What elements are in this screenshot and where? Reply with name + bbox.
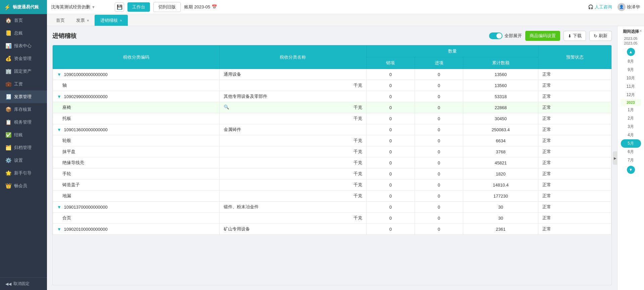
sidebar-nav: 🏠 首页 📒 总账 📊 报表中心 💰 资金管理 🏢 固定资产 💼 工资 🧾 发票…: [0, 14, 47, 277]
row-code: 地漏: [53, 191, 220, 202]
expand-toggle[interactable]: [489, 32, 502, 39]
tab-reconcile-close[interactable]: ×: [120, 18, 122, 22]
expand-toggle-label: 全部展开: [504, 33, 522, 39]
user-menu[interactable]: 👤 徐泽华: [618, 3, 640, 11]
col-header-qty-group: 数量: [366, 46, 538, 57]
topbar: 沈海英测试经营勿删 ▼ 💾 工作台 切到旧版 账期 2023-05 📅 🎧 人工…: [47, 0, 644, 14]
sidebar-item-guide[interactable]: 🌟 新手引导: [0, 167, 47, 179]
col-header-status: 预警状态: [538, 46, 611, 69]
month-item[interactable]: 11月: [621, 82, 641, 91]
row-status: 正常: [538, 124, 611, 135]
sidebar-item-member[interactable]: 👑 畅会员: [0, 179, 47, 192]
period-label: 账期: [184, 4, 193, 10]
month-item[interactable]: 4月: [621, 131, 641, 139]
sidebar-label-payroll: 工资: [14, 81, 23, 87]
row-purchase: 0: [415, 191, 463, 202]
company-dropdown-icon[interactable]: ▼: [92, 5, 95, 9]
expand-icon[interactable]: ▼: [57, 205, 61, 210]
panel-expand-button[interactable]: ⤢: [633, 28, 637, 33]
year-label[interactable]: 2023: [621, 99, 641, 106]
row-purchase: 0: [415, 91, 463, 102]
switch-version-button[interactable]: 切到旧版: [153, 2, 181, 12]
row-unit: 千克: [219, 191, 366, 202]
row-purchase: 0: [415, 224, 463, 235]
expand-icon[interactable]: ▼: [57, 227, 61, 232]
sidebar-icon-settings: ⚙️: [5, 157, 11, 163]
row-code: 手轮: [53, 168, 220, 179]
month-item[interactable]: 12月: [621, 91, 641, 99]
calendar-icon[interactable]: 📅: [212, 4, 217, 9]
tab-home-label: 首页: [56, 17, 65, 23]
tab-reconcile[interactable]: 进销稽核 ×: [95, 15, 127, 26]
month-item[interactable]: 2月: [621, 114, 641, 123]
sidebar-icon-settlement: ✅: [5, 132, 11, 138]
workspace-button[interactable]: 工作台: [127, 2, 150, 12]
expand-icon[interactable]: ▼: [57, 127, 61, 132]
month-item[interactable]: 9月: [621, 66, 641, 74]
sidebar-item-archive[interactable]: 🗂️ 归档管理: [0, 141, 47, 154]
row-name: 锻件、粉末冶金件: [219, 202, 366, 213]
sidebar-item-tax[interactable]: 📋 税务管理: [0, 116, 47, 129]
expand-icon[interactable]: ▼: [57, 94, 61, 99]
row-sale: 0: [366, 213, 415, 224]
sidebar-item-invoice[interactable]: 🧾 发票管理: [0, 90, 47, 103]
page-header: 进销稽核 全部展开 商品编码设置 ⬇ 下载 ↻ 刷新: [52, 31, 612, 41]
month-item[interactable]: 7月: [621, 156, 641, 164]
row-unit: 千克: [219, 179, 366, 191]
customer-service-button[interactable]: 🎧 人工咨询: [588, 4, 612, 10]
month-item[interactable]: 10月: [621, 74, 641, 82]
row-status: 正常: [538, 191, 611, 202]
panel-down-arrow[interactable]: ▼: [627, 166, 635, 174]
settings-button[interactable]: 商品编码设置: [525, 31, 560, 41]
expand-icon[interactable]: ▼: [57, 72, 61, 77]
row-status: 正常: [538, 113, 611, 124]
row-purchase: 0: [415, 102, 463, 113]
row-unit: 千克: [219, 113, 366, 124]
month-item[interactable]: 6月: [621, 148, 641, 156]
panel-collapse-button[interactable]: ▶: [613, 151, 618, 165]
sidebar-item-settlement[interactable]: ✅ 结账: [0, 129, 47, 141]
row-code: 绝缘导线壳: [53, 157, 220, 168]
save-button[interactable]: 💾: [115, 2, 124, 12]
sidebar-item-reports[interactable]: 📊 报表中心: [0, 40, 47, 52]
row-sale: 0: [366, 113, 415, 124]
row-sale: 0: [366, 80, 415, 91]
month-item[interactable]: 8月: [621, 57, 641, 66]
table-row: 绝缘导线壳 千克 0 0 45821 正常: [53, 157, 611, 168]
tab-invoice[interactable]: 发票 ×: [70, 15, 95, 26]
row-total: 1820: [463, 168, 538, 179]
refresh-label: 刷新: [599, 33, 607, 39]
panel-up-arrow[interactable]: ▲: [627, 48, 635, 56]
sidebar-icon-assets: 🏢: [5, 68, 11, 74]
row-unit: 千克: [219, 80, 366, 91]
sidebar-item-funds[interactable]: 💰 资金管理: [0, 52, 47, 65]
table-row: 轮毂 千克 0 0 6634 正常: [53, 135, 611, 146]
row-total: 6634: [463, 135, 538, 146]
row-purchase: 0: [415, 213, 463, 224]
sidebar-item-settings[interactable]: ⚙️ 设置: [0, 154, 47, 167]
tab-invoice-label: 发票: [76, 17, 85, 23]
download-button[interactable]: ⬇ 下载: [564, 31, 586, 41]
panel-close-button[interactable]: ×: [639, 28, 642, 33]
tab-home[interactable]: 首页: [50, 15, 70, 26]
month-item[interactable]: 1月: [621, 106, 641, 114]
table-row: 抹平盘 千克 0 0 3768 正常: [53, 146, 611, 157]
sidebar-item-ledger[interactable]: 📒 总账: [0, 27, 47, 40]
sidebar-unpin[interactable]: ◀◀ 取消固定: [0, 277, 47, 290]
period-year2: 2023.05: [624, 41, 638, 45]
sidebar-item-assets[interactable]: 🏢 固定资产: [0, 65, 47, 78]
sidebar-label-home: 首页: [14, 17, 23, 23]
company-selector[interactable]: 沈海英测试经营勿删 ▼: [51, 4, 111, 10]
refresh-button[interactable]: ↻ 刷新: [589, 31, 612, 41]
tab-invoice-close[interactable]: ×: [87, 18, 89, 22]
col-header-purchase: 进项: [415, 57, 463, 69]
table-row: ▼ 109029900000000000 其他专用设备及零部件 0 0 5331…: [53, 91, 611, 102]
sidebar-item-home[interactable]: 🏠 首页: [0, 14, 47, 27]
sidebar-item-inventory[interactable]: 📦 库存核算: [0, 103, 47, 116]
sidebar-icon-home: 🏠: [5, 17, 11, 23]
month-item[interactable]: 5月: [621, 139, 641, 148]
month-item[interactable]: 3月: [621, 123, 641, 131]
sidebar-item-payroll[interactable]: 💼 工资: [0, 78, 47, 90]
sidebar-icon-funds: 💰: [5, 56, 11, 62]
period-display: 账期 2023-05 📅: [184, 4, 217, 10]
